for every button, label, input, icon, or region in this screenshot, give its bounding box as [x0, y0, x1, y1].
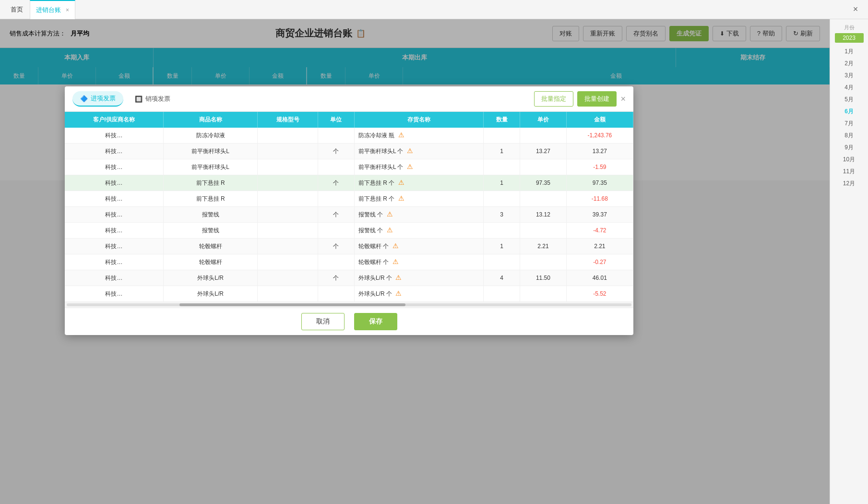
cell-spec: [258, 207, 318, 223]
warning-icon: ⚠: [398, 131, 404, 139]
month-11[interactable]: 11月: [835, 166, 864, 178]
year-badge[interactable]: 2023: [835, 33, 864, 43]
table-row[interactable]: 科技… 前平衡杆球头L 前平衡杆球头L 个 ⚠ -1.59: [65, 159, 633, 175]
cell-amount: 97.35: [566, 175, 633, 191]
cell-company: 科技…: [65, 239, 163, 254]
dialog-close-button[interactable]: ×: [620, 94, 626, 104]
scrollbar-track: [67, 303, 631, 306]
cell-quantity: 3: [484, 207, 520, 223]
batch-assign-button[interactable]: 批量指定: [534, 91, 573, 107]
warning-icon: ⚠: [407, 163, 413, 170]
month-12[interactable]: 12月: [835, 178, 864, 190]
month-label: 月份: [844, 24, 855, 31]
table-row[interactable]: 科技… 防冻冷却液 防冻冷却液 瓶 ⚠ -1,243.76: [65, 128, 633, 144]
cell-amount: 39.37: [566, 207, 633, 223]
cell-unit: [318, 191, 354, 207]
cell-spec: [258, 270, 318, 286]
warning-icon: ⚠: [392, 258, 399, 265]
cell-spec: [258, 191, 318, 207]
table-row[interactable]: 科技… 外球头L/R 外球头L/R 个 ⚠ -5.52: [65, 286, 633, 302]
cell-unit: [318, 286, 354, 302]
cell-quantity: 1: [484, 239, 520, 254]
month-4[interactable]: 4月: [835, 82, 864, 94]
table-row[interactable]: 科技… 前下悬挂 R 个 前下悬挂 R 个 ⚠ 1 97.35 97.35: [65, 175, 633, 191]
month-5[interactable]: 5月: [835, 94, 864, 106]
month-2[interactable]: 2月: [835, 58, 864, 70]
cell-goods-name: 前下悬挂 R: [163, 175, 258, 191]
horizontal-scrollbar[interactable]: [65, 302, 633, 308]
cell-spec: [258, 239, 318, 254]
save-button[interactable]: 保存: [354, 313, 397, 330]
cell-company: 科技…: [65, 286, 163, 302]
cell-goods-name: 报警线: [163, 207, 258, 223]
month-7[interactable]: 7月: [835, 118, 864, 130]
month-9[interactable]: 9月: [835, 142, 864, 154]
warning-icon: ⚠: [407, 147, 413, 155]
cell-goods-name: 防冻冷却液: [163, 128, 258, 144]
col-company: 客户/供应商名称: [65, 112, 163, 128]
tab-in-invoice[interactable]: 🔷 进项发票: [72, 91, 123, 107]
tab-active-label: 进销台账: [36, 0, 61, 20]
cell-spec: [258, 128, 318, 144]
warning-icon: ⚠: [395, 289, 402, 297]
right-sidebar: 月份 2023 1月 2月 3月 4月 5月 6月 7月 8月 9月 10月 1…: [830, 19, 868, 504]
table-row[interactable]: 科技… 报警线 报警线 个 ⚠ -4.72: [65, 223, 633, 239]
month-6[interactable]: 6月: [835, 106, 864, 118]
dialog-table[interactable]: 客户/供应商名称 商品名称 规格型号 单位 存货名称 数量 单价 金额 科技… …: [65, 112, 633, 302]
cell-spec: [258, 159, 318, 175]
cell-unit: 个: [318, 144, 354, 159]
cell-quantity: 4: [484, 270, 520, 286]
month-8[interactable]: 8月: [835, 130, 864, 142]
table-row[interactable]: 科技… 外球头L/R 个 外球头L/R 个 ⚠ 4 11.50 46.01: [65, 270, 633, 286]
cell-quantity: [484, 254, 520, 270]
month-1[interactable]: 1月: [835, 46, 864, 58]
in-invoice-icon: 🔷: [80, 95, 88, 102]
cell-unit-price: [520, 128, 567, 144]
cell-quantity: [484, 191, 520, 207]
table-header-row: 客户/供应商名称 商品名称 规格型号 单位 存货名称 数量 单价 金额: [65, 112, 633, 128]
cell-goods-name: 外球头L/R: [163, 270, 258, 286]
tab-out-invoice[interactable]: 🔲 销项发票: [127, 92, 178, 106]
cell-amount: -1,243.76: [566, 128, 633, 144]
table-row[interactable]: 科技… 前平衡杆球头L 个 前平衡杆球头L 个 ⚠ 1 13.27 13.27: [65, 144, 633, 159]
warning-icon: ⚠: [395, 274, 402, 281]
tab-close-icon[interactable]: ×: [66, 0, 69, 20]
cell-goods-name: 前下悬挂 R: [163, 191, 258, 207]
cell-stock-name: 前下悬挂 R 个 ⚠: [354, 175, 483, 191]
cell-amount: 46.01: [566, 270, 633, 286]
batch-create-button[interactable]: 批量创建: [577, 91, 617, 107]
cell-spec: [258, 286, 318, 302]
table-row[interactable]: 科技… 前下悬挂 R 前下悬挂 R 个 ⚠ -11.68: [65, 191, 633, 207]
cell-company: 科技…: [65, 270, 163, 286]
cell-amount: -1.59: [566, 159, 633, 175]
cell-goods-name: 轮毂螺杆: [163, 239, 258, 254]
dialog: 🔷 进项发票 🔲 销项发票 批量指定 批量创建 × 客户/供应商名称 商品名称 …: [65, 86, 633, 335]
dialog-footer: 取消 保存: [65, 308, 633, 335]
cell-unit-price: [520, 159, 567, 175]
col-goods-name: 商品名称: [163, 112, 258, 128]
table-row[interactable]: 科技… 报警线 个 报警线 个 ⚠ 3 13.12 39.37: [65, 207, 633, 223]
cell-unit-price: 97.35: [520, 175, 567, 191]
cell-unit-price: [520, 223, 567, 239]
cell-company: 科技…: [65, 223, 163, 239]
cell-amount: -5.52: [566, 286, 633, 302]
tab-active[interactable]: 进销台账 ×: [30, 0, 75, 19]
cell-unit: 个: [318, 175, 354, 191]
cell-goods-name: 报警线: [163, 223, 258, 239]
invoice-table: 客户/供应商名称 商品名称 规格型号 单位 存货名称 数量 单价 金额 科技… …: [65, 112, 633, 302]
window-close-button[interactable]: ×: [847, 1, 864, 18]
table-row[interactable]: 科技… 轮毂螺杆 个 轮毂螺杆 个 ⚠ 1 2.21 2.21: [65, 239, 633, 254]
cell-stock-name: 轮毂螺杆 个 ⚠: [354, 254, 483, 270]
cell-unit: [318, 128, 354, 144]
table-row[interactable]: 科技… 轮毂螺杆 轮毂螺杆 个 ⚠ -0.27: [65, 254, 633, 270]
col-amount: 金额: [566, 112, 633, 128]
month-3[interactable]: 3月: [835, 70, 864, 82]
dialog-actions: 批量指定 批量创建: [534, 91, 617, 107]
cell-amount: 13.27: [566, 144, 633, 159]
cell-quantity: 1: [484, 144, 520, 159]
tab-home[interactable]: 首页: [4, 0, 30, 19]
cell-company: 科技…: [65, 254, 163, 270]
month-10[interactable]: 10月: [835, 154, 864, 166]
cancel-button[interactable]: 取消: [301, 313, 345, 330]
cell-goods-name: 外球头L/R: [163, 286, 258, 302]
